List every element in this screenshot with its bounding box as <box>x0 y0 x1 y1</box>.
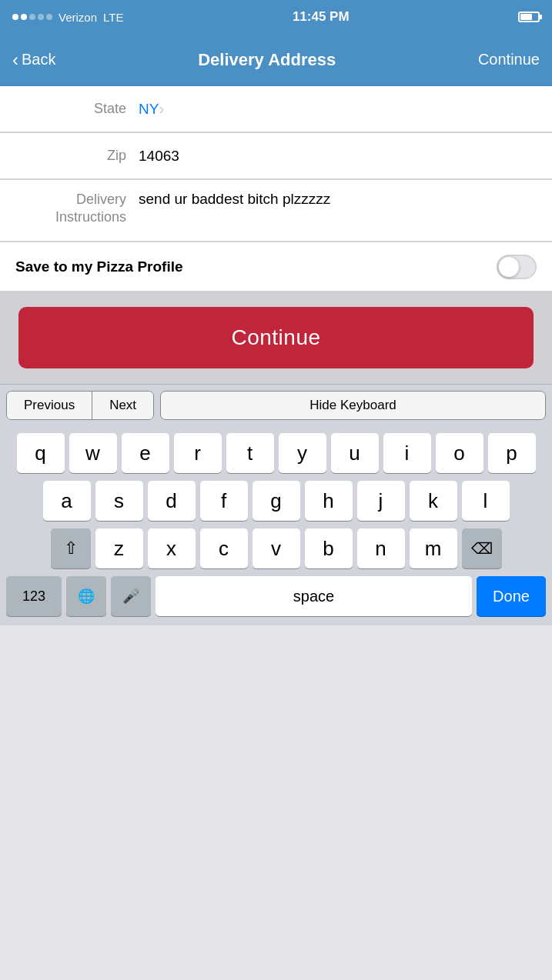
signal-dot-5 <box>46 14 52 20</box>
status-bar: Verizon LTE 11:45 PM <box>0 0 552 34</box>
key-s[interactable]: s <box>95 481 143 521</box>
key-m[interactable]: m <box>410 528 457 568</box>
hide-keyboard-button[interactable]: Hide Keyboard <box>160 391 546 420</box>
instructions-label: Delivery Instructions <box>15 191 139 227</box>
continue-area: Continue <box>0 292 552 384</box>
back-button[interactable]: ‹ Back <box>12 51 55 69</box>
toggle-knob <box>499 257 519 277</box>
key-f[interactable]: f <box>200 481 248 521</box>
signal-dot-4 <box>38 14 44 20</box>
form-area: State NY › Zip 14063 Delivery Instructio… <box>0 86 552 292</box>
key-w[interactable]: w <box>69 433 117 473</box>
save-toggle[interactable] <box>497 255 537 279</box>
key-n[interactable]: n <box>357 528 405 568</box>
network-label: LTE <box>103 11 123 24</box>
state-row[interactable]: State NY › <box>0 86 552 132</box>
delete-key[interactable]: ⌫ <box>462 528 502 568</box>
keyboard-row-3: ⇧ z x c v b n m ⌫ <box>3 528 549 568</box>
key-v[interactable]: v <box>253 528 300 568</box>
signal-dot-1 <box>12 14 18 20</box>
state-label: State <box>15 101 139 117</box>
key-p[interactable]: p <box>488 433 536 473</box>
instructions-input[interactable] <box>139 191 537 208</box>
battery-icon <box>518 12 540 22</box>
status-left: Verizon LTE <box>12 11 123 24</box>
signal-dots <box>12 14 52 20</box>
key-z[interactable]: z <box>95 528 143 568</box>
key-o[interactable]: o <box>436 433 483 473</box>
key-c[interactable]: c <box>200 528 248 568</box>
nav-bar: ‹ Back Delivery Address Continue <box>0 34 552 86</box>
state-value: NY <box>139 101 159 118</box>
key-g[interactable]: g <box>253 481 300 521</box>
keyboard-row-1: q w e r t y u i o p <box>3 433 549 473</box>
microphone-key[interactable]: 🎤 <box>111 576 151 616</box>
keyboard: q w e r t y u i o p a s d f g h j k l ⇧ … <box>0 425 552 625</box>
space-key[interactable]: space <box>156 576 472 616</box>
zip-label: Zip <box>15 148 139 164</box>
key-r[interactable]: r <box>174 433 222 473</box>
shift-key[interactable]: ⇧ <box>51 528 91 568</box>
carrier-label: Verizon <box>59 11 97 24</box>
key-k[interactable]: k <box>410 481 457 521</box>
key-h[interactable]: h <box>305 481 353 521</box>
save-row: Save to my Pizza Profile <box>0 242 552 292</box>
globe-key[interactable]: 🌐 <box>66 576 106 616</box>
key-b[interactable]: b <box>305 528 353 568</box>
status-time: 11:45 PM <box>293 9 350 25</box>
keyboard-toolbar: Previous Next Hide Keyboard <box>0 384 552 425</box>
key-q[interactable]: q <box>17 433 65 473</box>
previous-button[interactable]: Previous <box>7 392 92 419</box>
key-u[interactable]: u <box>331 433 379 473</box>
done-key[interactable]: Done <box>477 576 546 616</box>
state-chevron-icon: › <box>159 100 164 118</box>
key-a[interactable]: a <box>43 481 91 521</box>
continue-button[interactable]: Continue <box>18 307 534 368</box>
keyboard-nav-group: Previous Next <box>6 391 154 420</box>
next-button[interactable]: Next <box>92 392 153 419</box>
keyboard-row-2: a s d f g h j k l <box>3 481 549 521</box>
nav-continue-button[interactable]: Continue <box>478 51 540 68</box>
key-j[interactable]: j <box>357 481 405 521</box>
page-title: Delivery Address <box>198 50 336 70</box>
status-right <box>518 12 540 22</box>
key-e[interactable]: e <box>122 433 169 473</box>
key-y[interactable]: y <box>279 433 326 473</box>
signal-dot-3 <box>29 14 35 20</box>
back-arrow-icon: ‹ <box>12 51 18 69</box>
signal-dot-2 <box>21 14 27 20</box>
instructions-row[interactable]: Delivery Instructions <box>0 180 552 242</box>
key-x[interactable]: x <box>148 528 196 568</box>
key-i[interactable]: i <box>383 433 431 473</box>
key-l[interactable]: l <box>462 481 510 521</box>
back-label: Back <box>22 51 55 68</box>
keyboard-bottom-row: 123 🌐 🎤 space Done <box>3 576 549 622</box>
zip-row[interactable]: Zip 14063 <box>0 133 552 179</box>
key-t[interactable]: t <box>226 433 274 473</box>
save-label: Save to my Pizza Profile <box>15 258 497 275</box>
battery-fill <box>520 14 532 20</box>
zip-value: 14063 <box>139 148 537 165</box>
numbers-key[interactable]: 123 <box>6 576 62 616</box>
key-d[interactable]: d <box>148 481 196 521</box>
